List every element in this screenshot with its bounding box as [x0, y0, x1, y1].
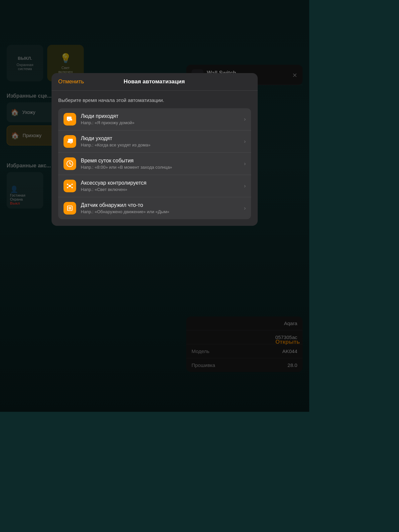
accessory-title: Аксессуар контролируется	[81, 180, 239, 186]
automation-list: Люди приходят Напр.: «Я прихожу домой» ›	[58, 108, 251, 219]
automation-item-sensor[interactable]: Датчик обнаружил что-то Напр.: «Обнаруже…	[58, 197, 251, 219]
sensor-title: Датчик обнаружил что-то	[81, 202, 239, 208]
accessory-text: Аксессуар контролируется Напр.: «Свет вк…	[81, 180, 239, 192]
modal-header: Отменить Новая автоматизация	[52, 73, 258, 91]
people-arrive-chevron-icon: ›	[244, 116, 246, 122]
automation-item-accessory[interactable]: Аксессуар контролируется Напр.: «Свет вк…	[58, 175, 251, 197]
accessory-control-icon	[64, 180, 76, 192]
sensor-chevron-icon: ›	[244, 205, 246, 211]
people-leave-subtitle: Напр.: «Когда все уходят из дома»	[81, 142, 239, 147]
automation-item-people-leave[interactable]: Люди уходят Напр.: «Когда все уходят из …	[58, 131, 251, 153]
automation-item-time[interactable]: Время суток события Напр.: «8:00» или «В…	[58, 153, 251, 175]
new-automation-modal: Отменить Новая автоматизация Выберите вр…	[52, 73, 258, 226]
automation-item-people-arrive[interactable]: Люди приходят Напр.: «Я прихожу домой» ›	[58, 108, 251, 131]
time-subtitle: Напр.: «8:00» или «В момент захода солнц…	[81, 165, 239, 170]
people-leave-text: Люди уходят Напр.: «Когда все уходят из …	[81, 135, 239, 147]
modal-body: Выберите время начала этой автоматизации…	[52, 91, 258, 226]
people-leave-title: Люди уходят	[81, 135, 239, 141]
cancel-button[interactable]: Отменить	[58, 78, 84, 85]
sensor-text: Датчик обнаружил что-то Напр.: «Обнаруже…	[81, 202, 239, 214]
people-leave-icon	[64, 135, 76, 148]
time-title: Время суток события	[81, 158, 239, 164]
modal-description: Выберите время начала этой автоматизации…	[58, 97, 251, 103]
people-arrive-subtitle: Напр.: «Я прихожу домой»	[81, 120, 239, 125]
time-chevron-icon: ›	[244, 161, 246, 167]
accessory-subtitle: Напр.: «Свет включен»	[81, 187, 239, 192]
people-arrive-icon	[64, 113, 76, 126]
people-arrive-text: Люди приходят Напр.: «Я прихожу домой»	[81, 113, 239, 125]
sensor-subtitle: Напр.: «Обнаружено движение» или «Дым»	[81, 209, 239, 214]
time-icon	[64, 157, 76, 170]
time-text: Время суток события Напр.: «8:00» или «В…	[81, 158, 239, 170]
sensor-icon	[64, 202, 76, 215]
accessory-chevron-icon: ›	[244, 183, 246, 189]
svg-line-6	[70, 164, 71, 164]
modal-title: Новая автоматизация	[124, 78, 185, 85]
people-leave-chevron-icon: ›	[244, 138, 246, 144]
people-arrive-title: Люди приходят	[81, 113, 239, 119]
